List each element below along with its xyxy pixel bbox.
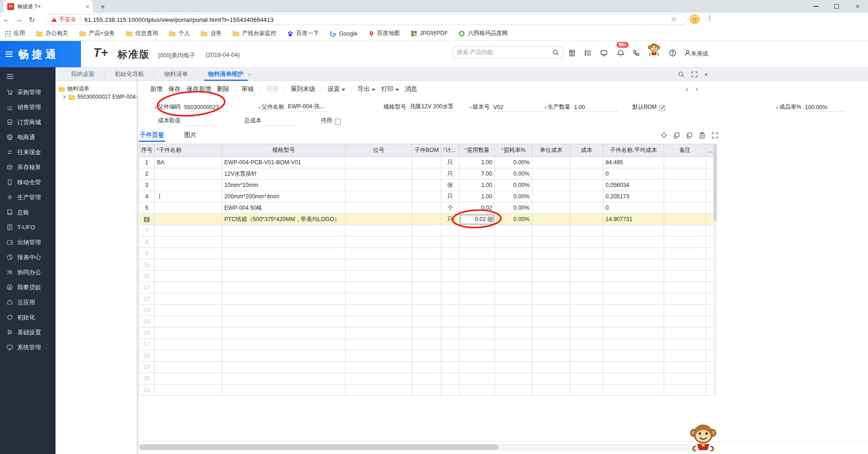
tab-fullscreen-icon[interactable] [691,71,698,78]
window-close-button[interactable]: × [847,0,868,13]
tree-bom-item[interactable]: 55030000027 EWP-004-兆 [56,93,137,101]
cell-unit[interactable]: 只 [441,168,459,180]
cell-note[interactable] [664,157,706,168]
cell-avg_cost[interactable]: 14.907731 [603,214,664,225]
sidebar-item-monitor[interactable]: 系统管理 [0,340,56,355]
nav-collapse-icon[interactable] [6,73,14,80]
cell-qty[interactable] [459,259,495,271]
cell-no[interactable]: 8 [139,237,155,248]
cell-unit[interactable] [441,259,459,271]
cell-no[interactable]: 3 [139,180,155,191]
cell-pos[interactable] [346,225,412,237]
cell-unit[interactable] [441,225,459,237]
cell-unit[interactable]: 个 [441,202,459,214]
browser-menu-icon[interactable]: ⋮⋮ [706,15,713,21]
toolbar-button-删除[interactable]: 删除 [217,85,229,93]
cell-qty[interactable]: 1.00 [459,191,495,202]
cell-note[interactable] [664,202,706,214]
cell-unit[interactable] [441,293,459,305]
bookmark-star-icon[interactable]: ☆ [671,15,677,23]
cell-spec[interactable]: 200mm*200mm*4mm [222,191,346,202]
calculator-icon[interactable] [568,49,576,57]
cell-pos[interactable] [346,259,412,271]
cell-avg_cost[interactable]: 0 [603,202,664,214]
workspace-tab[interactable]: 物料清单维护× [198,67,262,81]
cell-pos[interactable] [346,362,412,373]
toolbar-next-icon[interactable]: › [696,85,698,94]
task-list-icon[interactable] [584,49,592,57]
cell-qty[interactable]: 0.02 [459,214,495,225]
cell-name[interactable] [155,168,222,180]
cell-name[interactable] [155,202,222,214]
cell-spec[interactable] [222,225,346,237]
cell-no[interactable]: 11 [139,271,155,282]
cell-note[interactable] [664,316,706,328]
cell-note[interactable] [664,214,706,225]
cell-qty[interactable] [459,384,495,396]
cell-bom[interactable] [412,328,441,339]
cell-cost[interactable] [570,282,603,293]
cell-unit_cost[interactable] [532,316,570,328]
cell-pos[interactable] [346,271,412,282]
toolbar-button-保存[interactable]: 保存 [168,85,181,93]
cell-qty[interactable] [459,237,495,248]
cell-unit_cost[interactable] [532,180,570,191]
cell-bom[interactable] [412,350,441,362]
tab-close-icon[interactable]: × [248,71,252,78]
cell-spec[interactable] [222,248,346,259]
cell-bom[interactable] [412,271,441,282]
cell-avg_cost[interactable] [603,373,664,384]
qty-calc-icon[interactable] [488,217,493,222]
expand-arrow-icon[interactable] [64,95,66,99]
cell-bom[interactable] [412,237,441,248]
cell-cost[interactable] [570,373,603,384]
cell-spec[interactable] [222,362,346,373]
cell-bom[interactable] [412,362,441,373]
cell-no[interactable]: 14 [139,305,155,316]
toolbar-button-打印[interactable]: 打印 [381,85,399,93]
cell-no[interactable]: 7 [139,225,155,237]
cell-cost[interactable] [570,293,603,305]
cell-cost[interactable] [570,259,603,271]
cell-qty[interactable] [459,225,495,237]
sidebar-item-globe[interactable]: 电商通 [0,130,56,145]
cell-cost[interactable] [570,191,603,202]
cell-unit_cost[interactable] [532,328,570,339]
cell-unit_cost[interactable] [532,202,570,214]
cell-name[interactable] [155,339,222,350]
browser-profile-avatar[interactable] [690,14,700,24]
workspace-tab[interactable]: 物料清单 [154,67,198,81]
cell-spec[interactable]: PTC纸箱（500*375*420MM，带美均LOGO） [222,214,346,225]
cell-pos[interactable] [346,293,412,305]
paste-icon[interactable] [699,132,706,139]
cell-no[interactable]: 2 [139,168,155,180]
sidebar-item-chart[interactable]: 销售管理 [0,100,56,115]
cell-pos[interactable] [346,237,412,248]
cell-cost[interactable] [570,168,603,180]
cell-unit_cost[interactable] [532,339,570,350]
cell-no[interactable] [139,214,155,225]
toolbar-button-审核[interactable]: 审核 [242,85,254,93]
cell-loss[interactable] [495,282,532,293]
browser-tab[interactable]: T+ 畅捷通 T+ × [4,0,93,13]
mascot-assistant[interactable] [690,423,717,454]
cell-spec[interactable] [222,259,346,271]
toolbar-button-消息[interactable]: 消息 [405,85,417,93]
product-search-input[interactable]: 搜索-产品功能 [453,46,563,58]
cell-loss[interactable]: 0.00% [495,180,532,191]
window-maximize-button[interactable] [826,0,847,13]
cell-note[interactable] [664,259,706,271]
locate-icon[interactable] [661,132,667,139]
cell-bom[interactable] [412,191,441,202]
cell-qty[interactable]: 1.00 [459,157,495,168]
cell-pos[interactable] [346,316,412,328]
cell-bom[interactable] [412,384,441,396]
message-center-icon[interactable] [600,49,608,57]
cell-no[interactable]: 4 [139,191,155,202]
cell-pos[interactable] [346,328,412,339]
bookmark-item[interactable]: 信息查询 [126,30,158,37]
cell-note[interactable] [664,271,706,282]
cell-qty[interactable] [459,316,495,328]
cell-qty[interactable] [459,373,495,384]
cell-loss[interactable] [495,373,532,384]
